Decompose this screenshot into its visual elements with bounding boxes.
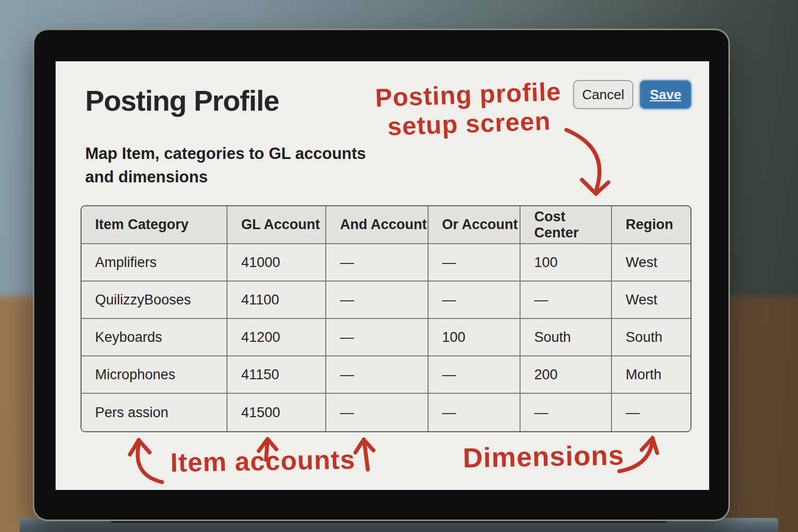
table-cell[interactable]: — xyxy=(521,394,612,431)
table-cell[interactable]: — xyxy=(612,394,690,431)
page-subtitle-line1: Map Item, categories to GL accounts xyxy=(85,142,366,166)
table-row: Microphones41150——200Morth xyxy=(82,356,690,394)
table-cell[interactable]: Keyboards xyxy=(82,319,228,356)
table-cell[interactable]: 100 xyxy=(429,319,521,356)
table-cell[interactable]: 100 xyxy=(521,244,612,282)
table-row: Pers assion41500———— xyxy=(82,394,690,431)
column-header: Cost Center xyxy=(521,206,612,244)
table-cell[interactable]: — xyxy=(326,319,428,356)
table-cell[interactable]: Morth xyxy=(612,356,690,394)
column-header: Or Account xyxy=(429,206,521,244)
annotation-item-accounts: Item accounts xyxy=(170,445,356,478)
save-button[interactable]: Save xyxy=(640,80,691,109)
table-cell[interactable]: 41500 xyxy=(228,394,326,431)
table-cell[interactable]: 200 xyxy=(521,356,612,394)
curved-arrow-down-icon xyxy=(566,130,608,194)
posting-profile-table: Item CategoryGL AccountAnd AccountOr Acc… xyxy=(81,205,691,432)
table-cell[interactable]: 41100 xyxy=(228,282,326,319)
table-cell[interactable]: — xyxy=(521,282,612,319)
table-row: QuilizzyBooses41100———West xyxy=(82,282,690,319)
photo-scene: Posting Profile Map Item, categories to … xyxy=(0,0,798,532)
table-cell[interactable]: — xyxy=(326,244,428,282)
annotation-dimensions: Dimensions xyxy=(462,440,624,474)
page-subtitle-line2: and dimensions xyxy=(85,166,366,189)
table-cell[interactable]: West xyxy=(612,244,690,282)
table-cell[interactable]: — xyxy=(326,394,428,431)
table-cell[interactable]: South xyxy=(612,319,690,356)
table-row: Keyboards41200—100SouthSouth xyxy=(82,319,690,356)
column-header: And Account xyxy=(326,206,428,244)
table-cell[interactable]: 41000 xyxy=(228,244,326,282)
table-cell[interactable]: — xyxy=(326,282,428,319)
table-cell[interactable]: Microphones xyxy=(82,356,228,394)
page-title: Posting Profile xyxy=(85,84,279,117)
table-cell[interactable]: Pers assion xyxy=(82,394,228,431)
small-up-arrow-icon xyxy=(355,440,374,470)
table-cell[interactable]: West xyxy=(612,282,690,319)
curved-arrow-up-right-icon xyxy=(619,438,657,471)
posting-profile-screen: Posting Profile Map Item, categories to … xyxy=(56,61,709,490)
table-cell[interactable]: — xyxy=(326,356,428,394)
table-cell[interactable]: — xyxy=(429,356,521,394)
table-cell[interactable]: — xyxy=(429,244,521,282)
table-cell[interactable]: QuilizzyBooses xyxy=(82,282,228,319)
table-cell[interactable]: — xyxy=(429,282,521,319)
table-row: Amplifiers41000——100West xyxy=(82,244,690,282)
column-header: GL Account xyxy=(228,206,326,244)
table-cell[interactable]: South xyxy=(521,319,612,356)
table-cell[interactable]: 41150 xyxy=(228,356,326,394)
column-header: Item Category xyxy=(82,206,228,244)
table-cell[interactable]: Amplifiers xyxy=(82,244,228,282)
table-cell[interactable]: 41200 xyxy=(228,319,326,356)
column-header: Region xyxy=(612,206,690,244)
annotation-setup-screen: Posting profile setup screen xyxy=(353,76,584,142)
table-header-row: Item CategoryGL AccountAnd AccountOr Acc… xyxy=(82,206,690,244)
curved-arrow-up-left-icon xyxy=(130,440,162,482)
page-subtitle: Map Item, categories to GL accounts and … xyxy=(85,142,366,189)
table-cell[interactable]: — xyxy=(429,394,521,431)
